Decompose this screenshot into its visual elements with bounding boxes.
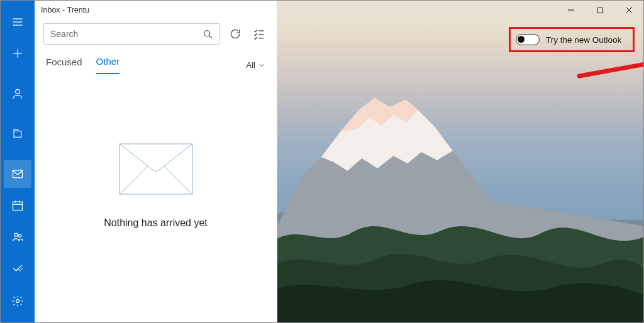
window-controls: [557, 1, 643, 19]
svg-rect-8: [13, 170, 23, 178]
envelope-illustration: [119, 143, 193, 195]
svg-line-23: [164, 166, 192, 194]
refresh-button[interactable]: [226, 25, 244, 43]
maximize-icon: [597, 7, 604, 14]
message-list-pane: Inbox - Trentu Search Focused Other All: [35, 1, 277, 322]
select-mode-button[interactable]: [250, 25, 268, 43]
nav-sidebar: [1, 1, 35, 322]
tab-focused[interactable]: Focused: [46, 57, 82, 74]
gear-icon: [11, 295, 24, 307]
search-placeholder: Search: [50, 29, 202, 39]
maximize-button[interactable]: [586, 1, 614, 19]
svg-line-22: [119, 166, 148, 194]
mail-icon: [11, 168, 24, 180]
settings-button[interactable]: [4, 287, 31, 315]
minimize-button[interactable]: [557, 1, 586, 19]
refresh-icon: [229, 28, 242, 40]
svg-point-16: [204, 31, 210, 36]
svg-line-17: [209, 36, 212, 38]
svg-rect-25: [597, 8, 602, 13]
plus-icon: [11, 47, 24, 60]
chevron-down-icon: [258, 62, 265, 69]
svg-point-13: [14, 233, 18, 236]
calendar-icon: [11, 199, 24, 212]
empty-state: Nothing has arrived yet: [35, 74, 277, 322]
window-title: Inbox - Trentu: [35, 1, 277, 19]
search-input[interactable]: Search: [43, 23, 220, 45]
folder-button[interactable]: [4, 120, 31, 148]
svg-rect-9: [13, 202, 23, 210]
todo-icon: [11, 262, 24, 275]
toggle-knob: [518, 36, 525, 43]
try-new-outlook-toggle[interactable]: [516, 34, 540, 45]
people-icon: [11, 231, 24, 243]
person-icon: [11, 87, 24, 100]
checklist-icon: [253, 28, 265, 40]
folder-icon: [12, 128, 23, 140]
reading-pane: Try the new Outlook: [277, 1, 643, 322]
compose-button[interactable]: [4, 40, 31, 67]
filter-label: All: [247, 60, 255, 70]
hamburger-menu-button[interactable]: [4, 8, 31, 36]
close-button[interactable]: [614, 1, 643, 19]
try-new-outlook-callout: Try the new Outlook: [509, 27, 635, 52]
svg-rect-6: [14, 131, 21, 138]
hamburger-icon: [11, 16, 24, 28]
svg-point-15: [16, 300, 19, 303]
close-icon: [625, 6, 633, 14]
try-new-outlook-label: Try the new Outlook: [546, 35, 621, 45]
svg-rect-21: [119, 144, 192, 194]
tab-other[interactable]: Other: [96, 56, 120, 74]
todo-button[interactable]: [4, 255, 31, 282]
filter-dropdown[interactable]: All: [247, 60, 265, 70]
svg-point-14: [19, 234, 21, 237]
svg-rect-7: [14, 129, 18, 131]
minimize-icon: [567, 6, 575, 14]
empty-message: Nothing has arrived yet: [104, 217, 208, 229]
calendar-button[interactable]: [4, 192, 31, 219]
mail-button[interactable]: [4, 160, 31, 188]
search-icon: [202, 28, 213, 40]
account-button[interactable]: [4, 80, 31, 107]
people-button[interactable]: [4, 223, 31, 251]
svg-point-5: [16, 89, 20, 94]
